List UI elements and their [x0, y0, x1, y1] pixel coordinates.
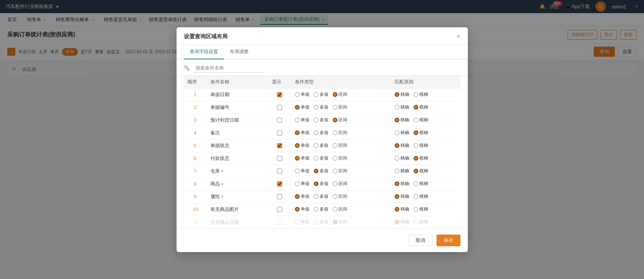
modal-overlay: 设置查询区域布局 × 查询字段设置 布局调整 🔍 顺序: [0, 0, 644, 79]
modal-tab-query[interactable]: 查询字段设置: [184, 45, 224, 59]
search-icon: 🔍: [184, 65, 190, 71]
col-order: 顺序: [184, 76, 207, 80]
modal: 设置查询区域布局 × 查询字段设置 布局调整 🔍 顺序: [177, 27, 468, 80]
modal-table: 顺序 条件名称 显示 条件类型 匹配原则: [177, 76, 468, 80]
table-header-row: 顺序 条件名称 显示 条件类型 匹配原则: [184, 76, 461, 80]
modal-tab-layout[interactable]: 布局调整: [224, 45, 254, 59]
modal-close-button[interactable]: ×: [457, 33, 461, 40]
modal-header: 设置查询区域布局 ×: [177, 27, 468, 45]
modal-tab-query-label: 查询字段设置: [190, 49, 218, 54]
modal-search-area: 🔍: [177, 59, 468, 76]
col-name: 条件名称: [207, 76, 268, 80]
search-input[interactable]: [193, 64, 265, 72]
col-principle: 匹配原则: [391, 76, 460, 80]
modal-title: 设置查询区域布局: [184, 33, 228, 40]
col-type: 条件类型: [291, 76, 391, 80]
modal-tabs: 查询字段设置 布局调整: [177, 45, 468, 59]
modal-tab-layout-label: 布局调整: [230, 49, 249, 54]
col-display: 显示: [268, 76, 291, 80]
